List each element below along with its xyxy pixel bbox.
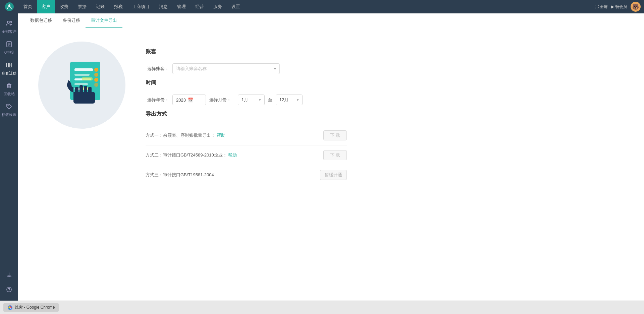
member-label: 畅会员 [615, 4, 627, 10]
month-label: 选择月份： [209, 97, 231, 103]
calendar-icon: 📅 [188, 98, 193, 103]
start-month-arrow: ▾ [259, 98, 261, 102]
nav-invoice[interactable]: 票据 [73, 0, 91, 13]
export-method-2: 方式二：审计接口GB/T24589-2010企业： 帮助 下 载 [146, 145, 347, 165]
export-section-title: 导出方式 [146, 111, 347, 120]
export-method-2-text: 方式二：审计接口GB/T24589-2010企业： [146, 152, 227, 158]
sidebar-label-tag: 标签设置 [2, 112, 16, 117]
nav-items: 首页 客户 收费 票据 记账 报税 工商项目 消息 管理 经营 服务 设置 [19, 0, 595, 13]
nav-home[interactable]: 首页 [19, 0, 37, 13]
illustration-area [38, 42, 125, 129]
sidebar-label-migration: 账套迁移 [2, 71, 16, 76]
export-method-1-btn-label: 下 载 [330, 132, 340, 138]
export-method-1: 方式一：余额表、序时账批量导出： 帮助 下 载 [146, 126, 347, 145]
sidebar-item-account-migration[interactable]: 账套迁移 [0, 58, 18, 79]
nav-customer[interactable]: 客户 [37, 0, 55, 13]
declaration-icon [6, 41, 12, 49]
year-input[interactable]: 2023 📅 [172, 95, 206, 105]
end-month-select[interactable]: 12月 ▾ [276, 95, 303, 105]
taskbar-chrome-label: 线索 - Google Chrome [15, 305, 55, 310]
top-nav: 首页 客户 收费 票据 记账 报税 工商项目 消息 管理 经营 服务 设置 ⛶ … [0, 0, 644, 13]
sidebar-bottom [0, 268, 18, 301]
account-label: 选择账套： [146, 66, 169, 72]
export-method-2-button[interactable]: 下 载 [323, 150, 347, 160]
migration-icon [6, 62, 12, 69]
taskbar-chrome[interactable]: 线索 - Google Chrome [3, 303, 59, 312]
end-month-value: 12月 [279, 97, 288, 103]
taskbar: 线索 - Google Chrome [0, 301, 644, 314]
export-method-3: 方式三：审计接口GB/T19581-2004 暂缓开通 [146, 165, 347, 185]
start-month-select[interactable]: 1月 ▾ [238, 95, 265, 105]
export-method-1-desc: 方式一：余额表、序时账批量导出： 帮助 [146, 132, 320, 138]
form-area: 账套 选择账套： 请输入账套名称 ▾ 时间 选择年份： 2023 📅 [146, 42, 347, 185]
svg-point-24 [94, 78, 98, 82]
account-form-row: 选择账套： 请输入账套名称 ▾ [146, 63, 347, 74]
svg-rect-32 [73, 92, 95, 104]
export-method-3-button[interactable]: 暂缓开通 [320, 170, 347, 180]
nav-bookkeeping[interactable]: 记账 [91, 0, 109, 13]
year-label: 选择年份： [146, 97, 169, 103]
export-method-2-desc: 方式二：审计接口GB/T24589-2010企业： 帮助 [146, 152, 320, 158]
svg-rect-26 [82, 77, 93, 80]
nav-right: ⛶ 全屏 ▶ 畅会员 🐻 [595, 2, 641, 12]
account-placeholder: 请输入账套名称 [176, 66, 274, 72]
svg-point-13 [8, 105, 9, 106]
tab-data-migration[interactable]: 数据包迁移 [25, 13, 57, 28]
sidebar-item-help[interactable] [0, 283, 18, 297]
time-row: 2023 📅 选择月份： 1月 ▾ 至 12月 ▾ [172, 95, 303, 105]
app-logo [3, 1, 15, 13]
end-month-arrow: ▾ [297, 98, 299, 102]
main-layout: 全部客户 0申报 账套迁移 [0, 13, 644, 301]
nav-operation[interactable]: 经营 [191, 0, 209, 13]
time-section-title: 时间 [146, 79, 347, 89]
sidebar-item-download[interactable] [0, 268, 18, 283]
export-method-1-button[interactable]: 下 载 [323, 130, 347, 140]
tab-bar: 数据包迁移 备份迁移 审计文件导出 [18, 13, 644, 28]
svg-point-1 [8, 4, 10, 6]
sidebar: 全部客户 0申报 账套迁移 [0, 13, 18, 301]
tab-backup-migration[interactable]: 备份迁移 [57, 13, 86, 28]
to-label: 至 [268, 97, 272, 103]
svg-point-23 [94, 73, 98, 77]
start-month-value: 1月 [241, 97, 248, 103]
sidebar-label-recycle: 回收站 [4, 91, 15, 97]
content-area: 数据包迁移 备份迁移 审计文件导出 [18, 13, 644, 301]
recycle-icon [6, 82, 12, 90]
export-method-2-btn-label: 下 载 [330, 152, 340, 158]
nav-settings[interactable]: 设置 [227, 0, 245, 13]
svg-rect-17 [74, 68, 93, 71]
page-content: 账套 选择账套： 请输入账套名称 ▾ 时间 选择年份： 2023 📅 [18, 28, 644, 301]
help-icon [6, 286, 12, 294]
nav-tax[interactable]: 报税 [109, 0, 127, 13]
export-method-2-help[interactable]: 帮助 [228, 152, 237, 158]
chrome-icon [7, 305, 13, 310]
sidebar-item-tag-settings[interactable]: 标签设置 [0, 100, 18, 121]
svg-rect-18 [74, 74, 90, 76]
tag-icon [6, 103, 12, 111]
nav-management[interactable]: 管理 [172, 0, 191, 13]
export-method-1-help[interactable]: 帮助 [217, 133, 225, 138]
fullscreen-icon: ⛶ [595, 4, 599, 9]
export-method-3-text: 方式三：审计接口GB/T19581-2004 [146, 172, 214, 177]
sidebar-item-recycle[interactable]: 回收站 [0, 79, 18, 100]
sidebar-label-declaration: 0申报 [4, 50, 14, 55]
member-button[interactable]: ▶ 畅会员 [611, 4, 627, 10]
sidebar-item-declaration[interactable]: 0申报 [0, 38, 18, 58]
time-form-row: 选择年份： 2023 📅 选择月份： 1月 ▾ 至 12月 [146, 95, 347, 105]
nav-service[interactable]: 服务 [209, 0, 227, 13]
nav-business[interactable]: 工商项目 [127, 0, 154, 13]
sidebar-item-all-customers[interactable]: 全部客户 [0, 17, 18, 38]
fullscreen-button[interactable]: ⛶ 全屏 [595, 4, 608, 10]
nav-message[interactable]: 消息 [154, 0, 172, 13]
export-method-1-text: 方式一：余额表、序时账批量导出： [146, 133, 215, 138]
customers-icon [6, 20, 12, 28]
account-select[interactable]: 请输入账套名称 ▾ [172, 63, 280, 74]
svg-point-3 [10, 21, 12, 23]
nav-billing[interactable]: 收费 [55, 0, 73, 13]
svg-point-25 [94, 83, 98, 87]
avatar[interactable]: 🐻 [631, 2, 641, 12]
fullscreen-label: 全屏 [600, 4, 608, 10]
tab-audit-export[interactable]: 审计文件导出 [86, 13, 122, 28]
account-dropdown-arrow: ▾ [274, 67, 276, 71]
video-icon: ▶ [611, 4, 614, 9]
